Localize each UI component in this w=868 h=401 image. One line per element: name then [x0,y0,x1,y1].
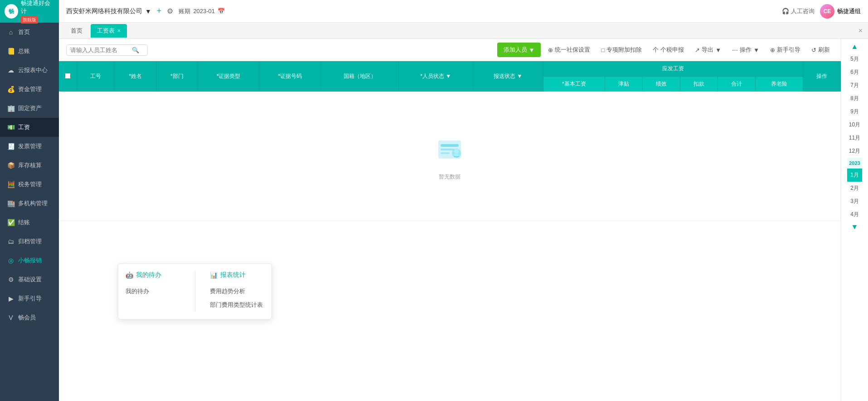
sidebar-item-multi-org[interactable]: 🏬多机构管理 [0,194,59,213]
fixed-assets-icon: 🏢 [7,105,15,112]
operation-btn[interactable]: ⋯ 操作 ▼ [728,44,763,56]
add-company-btn[interactable]: + [157,6,162,16]
guide-label: 新手引导 [777,46,800,54]
month-item-12月[interactable]: 12月 [847,145,862,158]
settings-icon[interactable]: ⚙ [167,7,173,15]
sidebar-item-inventory[interactable]: 📦库存核算 [0,156,59,175]
sidebar-item-member[interactable]: V畅会员 [0,308,59,327]
tax-label: 个税申报 [660,46,684,54]
empty-state-cell: 暂无数据 [59,92,841,221]
th-checkbox[interactable] [59,61,77,92]
popup-col-report: 📊 报表统计 费用趋势分析 部门费用类型统计表 [210,271,265,312]
content-area: 🔍 添加人员 ▼ ⊕ 统一社保设置 □ 专项附加扣除 [59,39,868,401]
sidebar-item-salary[interactable]: 💵工资 [0,118,59,137]
home-icon: ⌂ [7,29,15,36]
tax-report-btn[interactable]: 个 个税申报 [649,44,688,56]
sidebar-item-tax[interactable]: 🧮税务管理 [0,175,59,194]
search-input[interactable] [70,47,129,53]
user-area[interactable]: CE 畅捷通组 [820,4,861,19]
th-performance: 绩效 [642,77,680,92]
th-name: *姓名 [115,61,156,92]
month-panel: ▲ 5月6月7月8月9月10月11月12月20231月2月3月4月 ▼ [841,39,868,401]
sidebar-item-cloud-report[interactable]: ☁云报表中心 [0,61,59,80]
empty-text: 暂无数据 [439,173,461,181]
sidebar-label-settlement: 结账 [18,218,30,227]
th-operation: 操作 [803,61,840,92]
th-allowance: 津贴 [605,77,642,92]
guide-btn[interactable]: ⊕ 新手引导 [766,44,804,56]
member-icon: V [7,314,15,321]
month-item-2023-1月[interactable]: 1月 [847,169,862,182]
close-window-btn[interactable]: × [858,27,863,35]
empty-state: 暂无数据 [63,95,836,217]
social-label: 统一社保设置 [555,46,590,54]
report-icon: 📊 [210,271,218,279]
user-name: 畅捷通组 [837,7,861,15]
sidebar-label-archive: 归档管理 [18,237,42,246]
social-insurance-btn[interactable]: ⊕ 统一社保设置 [544,44,594,56]
add-people-btn[interactable]: 添加人员 ▼ [497,43,541,57]
sidebar-item-basic-settings[interactable]: ⚙基础设置 [0,270,59,289]
sidebar-label-member: 畅会员 [18,314,36,322]
ledger-icon: 📒 [7,48,15,55]
logo-text-area: 畅捷通好会计 旗舰版 [21,0,54,24]
svg-rect-3 [441,149,454,150]
search-box[interactable]: 🔍 [66,44,148,56]
sidebar-label-home: 首页 [18,28,30,36]
sidebar-item-fund[interactable]: 💰资金管理 [0,80,59,99]
period-label: 账期 [179,7,190,15]
month-item-2023-4月[interactable]: 4月 [847,208,862,221]
svg-rect-2 [441,144,459,147]
sidebar-label-multi-org: 多机构管理 [18,199,48,208]
month-item-2023-3月[interactable]: 3月 [847,195,862,208]
select-all-checkbox[interactable] [65,73,71,79]
sidebar-nav: ⌂首页📒总账☁云报表中心💰资金管理🏢固定资产💵工资🧾发票管理📦库存核算🧮税务管理… [0,23,59,327]
month-up-btn[interactable]: ▲ [849,41,860,53]
op-dropdown-icon: ▼ [753,47,759,53]
tab-salary-tab[interactable]: 工资表× [91,24,127,38]
special-deduct-btn[interactable]: □ 专项附加扣除 [597,44,645,56]
sidebar-item-archive[interactable]: 🗂归档管理 [0,232,59,251]
tab-home-tab[interactable]: 首页 [64,24,89,38]
popup-item-cost-trend[interactable]: 费用趋势分析 [210,285,265,298]
tax-icon: 🧮 [7,181,15,188]
month-item-5月[interactable]: 5月 [847,53,862,66]
month-item-9月[interactable]: 9月 [847,105,862,118]
tab-close-salary-tab[interactable]: × [117,28,121,34]
month-item-8月[interactable]: 8月 [847,92,862,105]
sidebar-item-invoice[interactable]: 🧾发票管理 [0,137,59,156]
archive-icon: 🗂 [7,238,15,245]
support-btn[interactable]: 🎧 人工咨询 [782,7,815,15]
refresh-btn[interactable]: ↺ 刷新 [808,44,834,56]
company-name-text: 西安虾米网络科技有限公司 [66,7,142,15]
todo-title-text: 我的待办 [136,271,161,279]
sidebar-item-guide[interactable]: ▶新手引导 [0,289,59,308]
month-item-7月[interactable]: 7月 [847,79,862,92]
sidebar-item-settlement[interactable]: ✅结账 [0,213,59,232]
sidebar-item-fixed-assets[interactable]: 🏢固定资产 [0,99,59,118]
company-dropdown-icon: ▼ [145,8,151,15]
sidebar-item-xiaochang[interactable]: ◎小畅报销 [0,251,59,270]
settlement-icon: ✅ [7,219,15,226]
popup-item-mytodo[interactable]: 我的待办 [126,285,180,298]
popup-item-dept-cost[interactable]: 部门费用类型统计表 [210,298,265,312]
month-item-11月[interactable]: 11月 [847,131,862,145]
logo-initials: 畅 [9,8,14,15]
sidebar-label-guide: 新手引导 [18,295,42,303]
month-down-btn[interactable]: ▼ [849,221,860,233]
svg-point-6 [454,149,459,154]
calendar-icon[interactable]: 📅 [218,8,225,14]
sidebar-item-home[interactable]: ⌂首页 [0,23,59,42]
refresh-label: 刷新 [818,46,830,54]
sidebar-item-ledger[interactable]: 📒总账 [0,42,59,61]
company-selector[interactable]: 西安虾米网络科技有限公司 ▼ [66,7,151,15]
cloud-report-icon: ☁ [7,67,15,74]
month-item-6月[interactable]: 6月 [847,66,862,79]
export-btn[interactable]: ↗ 导出 ▼ [691,44,725,56]
add-dropdown-icon: ▼ [529,47,535,53]
month-item-2023-2月[interactable]: 2月 [847,182,862,195]
empty-icon [432,131,468,168]
month-item-10月[interactable]: 10月 [847,118,862,131]
salary-table-container: 工号 *姓名 *部门 *证据类型 *证据号码 国籍（地区） *人员状态 ▼ 报送… [59,61,841,401]
sidebar-label-basic-settings: 基础设置 [18,275,42,284]
